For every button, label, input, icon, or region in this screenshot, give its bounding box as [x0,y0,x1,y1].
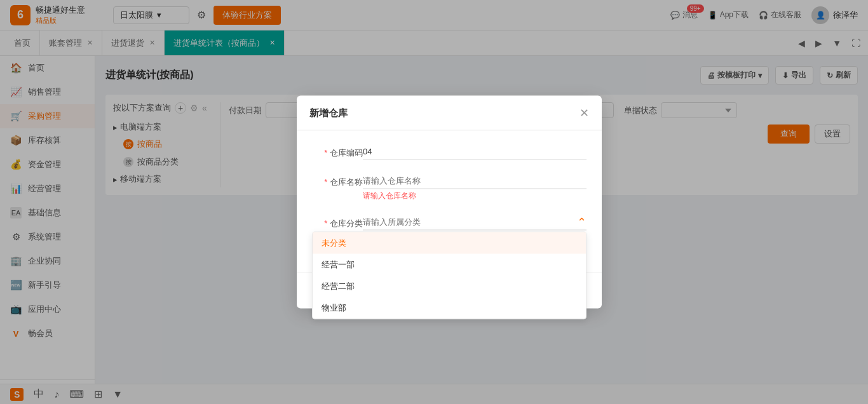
dropdown-item-dept2[interactable]: 经营二部 [313,276,586,297]
dropdown-item-uncategorized[interactable]: 未分类 [313,232,586,254]
name-label: * 仓库名称 [312,173,363,188]
modal-close-button[interactable]: ✕ [580,106,589,120]
name-control: 请输入仓库名称 [363,173,587,201]
dropdown-item-dept1[interactable]: 经营一部 [313,254,586,276]
code-label: * 仓库编码 [312,144,363,159]
code-control [363,144,587,160]
name-field-row: * 仓库名称 请输入仓库名称 [312,173,587,201]
name-input[interactable] [363,173,587,189]
name-error-msg: 请输入仓库名称 [363,191,587,201]
code-input[interactable] [363,144,587,160]
category-label: * 仓库分类 [312,214,363,229]
category-control: ⌃ 未分类 经营一部 经营二部 物业部 [363,214,587,231]
category-field-row: * 仓库分类 ⌃ 未分类 经营一部 经营二部 物业部 [312,214,587,231]
category-dropdown: 未分类 经营一部 经营二部 物业部 [312,232,587,320]
add-warehouse-modal: 新增仓库 ✕ * 仓库编码 * 仓库名称 请输入仓库名称 [297,96,602,309]
chevron-up-icon[interactable]: ⌃ [577,215,587,229]
modal-body: * 仓库编码 * 仓库名称 请输入仓库名称 * 仓库分类 [297,131,602,273]
code-field-row: * 仓库编码 [312,144,587,160]
modal-header: 新增仓库 ✕ [297,96,602,131]
modal-title: 新增仓库 [309,107,348,119]
category-input-wrapper: ⌃ [363,214,587,231]
category-input[interactable] [363,214,587,231]
dropdown-item-property[interactable]: 物业部 [313,297,586,319]
